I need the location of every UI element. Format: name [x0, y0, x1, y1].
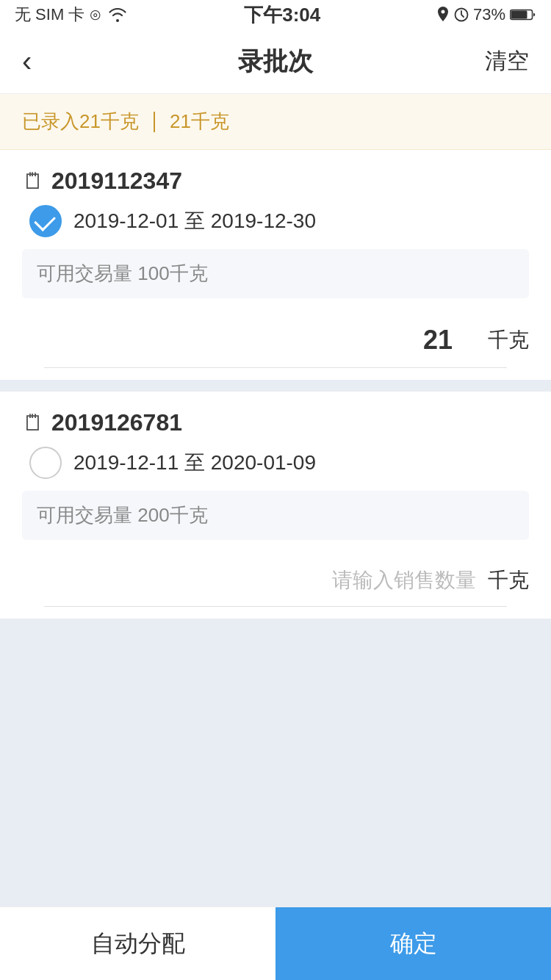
clear-button[interactable]: 清空 — [485, 46, 529, 76]
batch-date-1: 2019-12-01 至 2019-12-30 — [73, 207, 316, 235]
qty-container-2: 千克 — [0, 540, 551, 619]
batch-item-1: 🗒 2019112347 2019-12-01 至 2019-12-30 可用交… — [0, 150, 551, 298]
clock-icon — [454, 7, 469, 22]
radio-button-2[interactable] — [29, 447, 62, 479]
recorded-value: 21千克 — [170, 109, 229, 134]
batch-id-1: 2019112347 — [51, 167, 182, 195]
auto-distribute-button[interactable]: 自动分配 — [0, 907, 276, 980]
nav-bar: ‹ 录批次 清空 — [0, 29, 551, 94]
section-gap-1 — [0, 380, 551, 392]
wifi-icon — [107, 7, 128, 22]
batch-doc-icon-1: 🗒 — [22, 169, 44, 194]
quantity-input-2[interactable] — [22, 569, 476, 592]
batch-date-row-2: 2019-12-11 至 2020-01-09 — [22, 447, 529, 479]
input-row-2: 千克 — [22, 555, 529, 606]
batch-date-row-1: 2019-12-01 至 2019-12-30 — [22, 205, 529, 237]
batch-id-2: 2019126781 — [51, 409, 182, 436]
page-title: 录批次 — [238, 45, 313, 79]
battery-text: 73% — [473, 5, 505, 24]
qty-unit-2: 千克 — [488, 566, 529, 594]
radio-button-1[interactable] — [29, 205, 62, 237]
batch-header-1: 🗒 2019112347 — [22, 167, 529, 195]
status-time: 下午3:04 — [244, 2, 320, 28]
batch-doc-icon-2: 🗒 — [22, 411, 44, 436]
bottom-bar: 自动分配 确定 — [0, 907, 551, 980]
qty-container-1: 21 千克 — [0, 298, 551, 380]
batch-header-2: 🗒 2019126781 — [22, 409, 529, 436]
batch-date-2: 2019-12-11 至 2020-01-09 — [73, 449, 316, 477]
available-box-1: 可用交易量 100千克 — [22, 249, 529, 298]
info-divider — [154, 112, 155, 132]
battery-icon — [510, 8, 536, 21]
confirm-button[interactable]: 确定 — [276, 907, 551, 980]
status-bar: 无 SIM 卡 ⊙ 下午3:04 73% — [0, 0, 551, 29]
svg-rect-2 — [511, 11, 527, 19]
qty-row-1: 21 千克 — [22, 313, 529, 367]
batch-item-2: 🗒 2019126781 2019-12-11 至 2020-01-09 可用交… — [0, 392, 551, 540]
location-icon — [436, 7, 450, 23]
recorded-label: 已录入21千克 — [22, 109, 139, 134]
qty-value-1: 21 — [423, 325, 453, 356]
back-button[interactable]: ‹ — [22, 45, 66, 78]
available-box-2: 可用交易量 200千克 — [22, 491, 529, 540]
status-left: 无 SIM 卡 ⊙ — [15, 4, 128, 26]
qty-unit-1: 千克 — [488, 326, 529, 354]
status-right: 73% — [436, 5, 536, 24]
no-sim-text: 无 SIM 卡 ⊙ — [15, 4, 101, 26]
info-bar: 已录入21千克 21千克 — [0, 94, 551, 150]
